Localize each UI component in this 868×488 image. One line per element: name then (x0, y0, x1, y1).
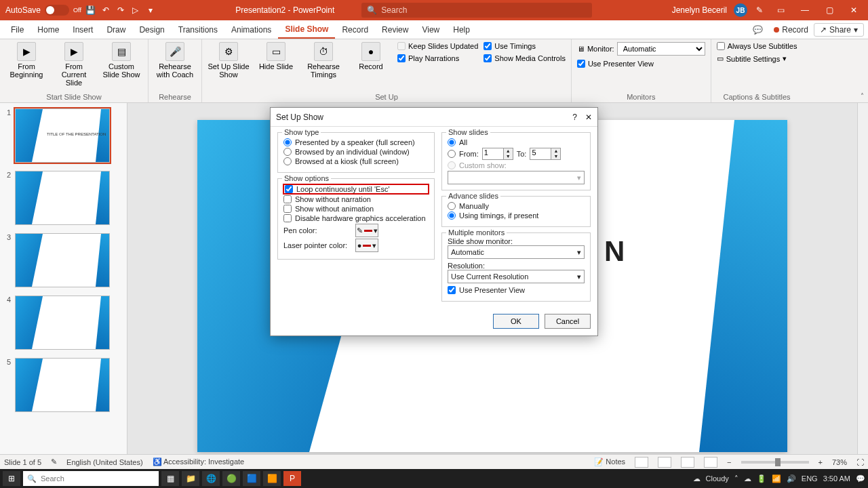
language-indicator[interactable]: English (United States) (66, 458, 143, 466)
help-icon[interactable]: ? (572, 113, 577, 122)
draw-mode-icon[interactable]: ✎ (754, 5, 765, 16)
resolution-combo[interactable]: Use Current Resolution▾ (448, 270, 585, 283)
thumb-item[interactable]: 5 (3, 358, 124, 412)
spin-up-icon[interactable]: ▲ (551, 148, 560, 154)
clock[interactable]: 3:50 AM (823, 474, 850, 483)
from-beginning-button[interactable]: ▶From Beginning (5, 42, 47, 79)
check-presenter-view[interactable]: Use Presenter View (448, 286, 585, 294)
tab-draw[interactable]: Draw (100, 20, 132, 39)
onedrive-icon[interactable]: ☁ (744, 474, 751, 483)
slide-thumbnail-pane[interactable]: 1TITLE OF THE PRESENTATION 2 3 4 5 (0, 103, 127, 469)
taskbar-app-icon[interactable]: 🌐 (202, 471, 220, 486)
taskbar-search[interactable]: 🔍Search (23, 471, 159, 486)
thumb-item[interactable]: 3 (3, 233, 124, 287)
radio-from-slides[interactable] (448, 150, 456, 158)
radio-manually[interactable]: Manually (448, 202, 585, 210)
taskbar-app-icon[interactable]: 🟦 (243, 471, 260, 486)
normal-view-icon[interactable] (635, 457, 648, 468)
ribbon-display-icon[interactable]: ▭ (772, 3, 789, 17)
slide-thumb-3[interactable] (15, 233, 110, 287)
record-dropdown-button[interactable]: ●Record (350, 42, 392, 70)
from-input[interactable] (483, 148, 503, 157)
to-spinner[interactable]: ▲▼ (530, 148, 561, 160)
taskbar-app-icon[interactable]: 🟧 (263, 471, 281, 486)
monitor-select[interactable]: Automatic (617, 42, 705, 56)
use-presenter-view-checkbox[interactable]: Use Presenter View (577, 60, 705, 68)
ok-button[interactable]: OK (493, 314, 539, 329)
radio-browsed-kiosk[interactable]: Browsed at a kiosk (full screen) (283, 157, 429, 165)
tab-home[interactable]: Home (31, 20, 66, 39)
user-avatar[interactable]: JB (734, 3, 747, 17)
slide-thumb-5[interactable] (15, 358, 110, 412)
set-up-slide-show-button[interactable]: ⚙Set Up Slide Show (208, 42, 250, 79)
thumb-item[interactable]: 1TITLE OF THE PRESENTATION (3, 108, 124, 163)
record-button[interactable]: Record (768, 25, 814, 35)
wifi-icon[interactable]: 📶 (772, 474, 781, 483)
reading-view-icon[interactable] (681, 457, 694, 468)
accessibility-indicator[interactable]: ♿ Accessibility: Investigate (153, 458, 245, 466)
taskbar-app-icon[interactable]: 📁 (182, 471, 199, 486)
tab-record[interactable]: Record (335, 20, 375, 39)
radio-browsed-individual[interactable]: Browsed by an individual (window) (283, 148, 429, 156)
keep-slides-updated-checkbox[interactable]: Keep Slides Updated (397, 42, 478, 50)
use-timings-checkbox[interactable]: Use Timings (484, 42, 566, 50)
spin-up-icon[interactable]: ▲ (503, 148, 513, 154)
share-button[interactable]: ↗Share▾ (814, 23, 864, 37)
undo-icon[interactable]: ↶ (100, 5, 111, 16)
spin-down-icon[interactable]: ▼ (551, 154, 560, 159)
from-current-button[interactable]: ▶From Current Slide (53, 42, 95, 87)
check-no-animation[interactable]: Show without animation (283, 205, 429, 213)
rehearse-timings-button[interactable]: ⏱Rehearse Timings (302, 42, 344, 79)
thumb-item[interactable]: 4 (3, 296, 124, 350)
play-narrations-checkbox[interactable]: Play Narrations (397, 54, 478, 62)
slide-show-monitor-combo[interactable]: Automatic▾ (448, 245, 585, 259)
zoom-slider[interactable] (741, 461, 809, 464)
weather-icon[interactable]: ☁ (693, 474, 701, 483)
maximize-icon[interactable]: ▢ (821, 3, 838, 17)
radio-using-timings[interactable]: Using timings, if present (448, 211, 585, 220)
redo-icon[interactable]: ↷ (115, 5, 126, 16)
tab-slide-show[interactable]: Slide Show (278, 20, 335, 39)
hide-slide-button[interactable]: ▭Hide Slide (255, 42, 297, 70)
radio-presented-speaker[interactable]: Presented by a speaker (full screen) (283, 138, 429, 146)
tab-view[interactable]: View (415, 20, 446, 39)
check-disable-hw[interactable]: Disable hardware graphics acceleration (283, 214, 429, 222)
tab-design[interactable]: Design (132, 20, 171, 39)
spellcheck-icon[interactable]: ✎ (51, 458, 57, 466)
rehearse-coach-button[interactable]: 🎤Rehearse with Coach (154, 42, 196, 79)
slide-show-view-icon[interactable] (704, 457, 717, 468)
tray-chevron-icon[interactable]: ˄ (734, 474, 738, 483)
battery-icon[interactable]: 🔋 (757, 474, 766, 483)
cancel-button[interactable]: Cancel (545, 314, 591, 329)
tab-transitions[interactable]: Transitions (172, 20, 224, 39)
start-button[interactable]: ⊞ (3, 471, 20, 486)
tab-insert[interactable]: Insert (66, 20, 100, 39)
close-icon[interactable]: ✕ (585, 113, 592, 122)
tab-file[interactable]: File (4, 20, 31, 39)
tab-review[interactable]: Review (375, 20, 415, 39)
start-from-beginning-icon[interactable]: ▷ (130, 5, 141, 16)
task-view-icon[interactable]: ▦ (161, 471, 179, 486)
from-spinner[interactable]: ▲▼ (482, 148, 513, 160)
slide-thumb-4[interactable] (15, 296, 110, 350)
taskbar-app-icon[interactable]: 🟢 (222, 471, 240, 486)
qat-customize-icon[interactable]: ▾ (145, 5, 156, 16)
slide-thumb-2[interactable] (15, 171, 110, 225)
thumb-item[interactable]: 2 (3, 171, 124, 225)
show-media-controls-checkbox[interactable]: Show Media Controls (484, 54, 566, 62)
always-use-subtitles-checkbox[interactable]: Always Use Subtitles (717, 42, 797, 50)
language-indicator[interactable]: ENG (802, 474, 818, 483)
tab-help[interactable]: Help (446, 20, 477, 39)
notifications-icon[interactable]: 💬 (856, 474, 865, 483)
comments-button[interactable]: 💬 (747, 25, 768, 35)
slide-sorter-view-icon[interactable] (658, 457, 671, 468)
pen-color-picker[interactable]: ✎▾ (355, 224, 378, 237)
close-icon[interactable]: ✕ (845, 3, 863, 17)
search-box[interactable]: 🔍 Search (361, 3, 592, 18)
autosave-toggle[interactable] (45, 5, 69, 16)
save-icon[interactable]: 💾 (85, 5, 96, 16)
collapse-ribbon-icon[interactable]: ˄ (861, 92, 864, 100)
taskbar-powerpoint-icon[interactable]: P (283, 471, 301, 486)
to-input[interactable] (530, 148, 551, 157)
laser-color-picker[interactable]: ●▾ (355, 239, 378, 252)
